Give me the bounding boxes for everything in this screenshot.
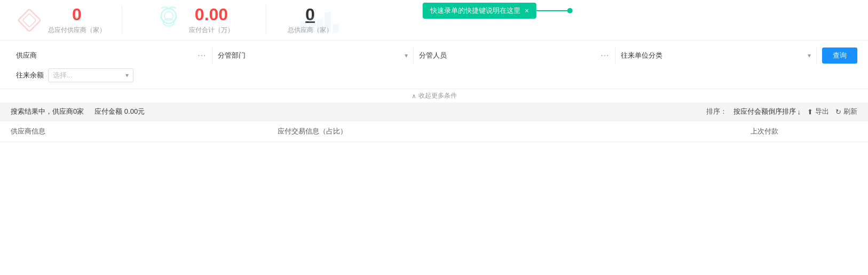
- category-input[interactable]: [667, 52, 808, 60]
- sort-arrow-icon: ↓: [798, 108, 801, 116]
- stat-payable-label: 应付合计（万）: [189, 26, 234, 35]
- result-actions: 排序： 按应付会额倒序排序 ↓ ⬆ 导出 ↻ 刷新: [706, 107, 858, 116]
- dept-dropdown-icon[interactable]: ▾: [405, 52, 408, 59]
- supplier-input[interactable]: [41, 52, 198, 60]
- export-button[interactable]: ⬆ 导出: [807, 107, 829, 116]
- col-payable-info-header: 应付交易信息（占比）: [278, 127, 751, 136]
- table-header: 供应商信息 应付交易信息（占比） 上次付款: [0, 121, 868, 142]
- category-label: 往来单位分类: [621, 51, 662, 60]
- refresh-button[interactable]: ↻ 刷新: [835, 107, 857, 116]
- empty-table-body: [0, 142, 868, 249]
- col-last-payment-header: 上次付款: [751, 127, 857, 136]
- svg-rect-0: [18, 9, 41, 31]
- stats-bar: 0 总应付供应商（家） 0.00 应付合计（万） 快速录单的快捷键说明在这里 ×: [0, 0, 868, 41]
- filter-row-1: 供应商 ··· 分管部门 ▾ 分管人员 ··· 往来单位分类 ▾ 查询: [11, 47, 857, 64]
- supplier-label: 供应商: [16, 51, 37, 60]
- stat-total-payable-number: 0: [72, 5, 82, 24]
- payable-icon: [154, 5, 184, 35]
- result-amount: 应付金额 0.00元: [94, 107, 145, 116]
- balance-select[interactable]: 选择... ▾: [48, 68, 133, 82]
- collapse-arrow-icon: ∧: [412, 92, 416, 100]
- col-supplier-info-header: 供应商信息: [11, 127, 278, 136]
- tooltip-dot: [567, 8, 573, 13]
- collapse-label: 收起更多条件: [419, 91, 457, 100]
- tooltip-close-button[interactable]: ×: [525, 7, 529, 14]
- balance-arrow-icon: ▾: [125, 72, 129, 79]
- svg-rect-1: [22, 13, 36, 27]
- stat-total-payable-suppliers: 0 总应付供应商（家）: [48, 5, 106, 34]
- sort-label: 排序：: [706, 107, 727, 116]
- balance-placeholder: 选择...: [53, 70, 73, 80]
- result-supplier-count: 搜索结果中，供应商0家: [11, 107, 84, 116]
- sort-value[interactable]: 按应付会额倒序排序 ↓: [733, 107, 801, 116]
- dept-input[interactable]: [250, 52, 405, 60]
- search-button[interactable]: 查询: [822, 48, 857, 64]
- filter-supplier: 供应商 ···: [11, 47, 212, 64]
- person-input[interactable]: [451, 52, 601, 60]
- result-bar: 搜索结果中，供应商0家 应付金额 0.00元 排序： 按应付会额倒序排序 ↓ ⬆…: [0, 103, 868, 121]
- balance-label: 往来余额: [16, 70, 44, 80]
- supplier-more-icon[interactable]: ···: [198, 51, 206, 60]
- dept-label: 分管部门: [218, 51, 246, 60]
- filter-person: 分管人员 ···: [414, 47, 616, 64]
- stat-payable-number: 0.00: [195, 5, 228, 24]
- filter-dept: 分管部门 ▾: [212, 47, 414, 64]
- filter-section: 供应商 ··· 分管部门 ▾ 分管人员 ··· 往来单位分类 ▾ 查询 往来余额…: [0, 41, 868, 89]
- result-summary: 搜索结果中，供应商0家 应付金额 0.00元: [11, 107, 145, 116]
- shortcut-tooltip: 快速录单的快捷键说明在这里 ×: [423, 3, 536, 19]
- tooltip-text: 快速录单的快捷键说明在这里: [430, 6, 520, 15]
- diamond-icon: [16, 7, 43, 34]
- person-more-icon[interactable]: ···: [601, 51, 609, 60]
- filter-category: 往来单位分类 ▾: [616, 47, 817, 64]
- person-label: 分管人员: [419, 51, 447, 60]
- refresh-icon: ↻: [835, 108, 841, 116]
- category-dropdown-icon[interactable]: ▾: [808, 52, 811, 59]
- collapse-button[interactable]: ∧ 收起更多条件: [412, 91, 457, 100]
- stat-payable-total: 0.00 应付合计（万）: [189, 5, 234, 34]
- export-icon: ⬆: [807, 108, 813, 116]
- stat-total-payable-label: 总应付供应商（家）: [48, 26, 106, 35]
- bar-chart-bg: [301, 8, 343, 32]
- collapse-row: ∧ 收起更多条件: [0, 89, 868, 103]
- filter-row-2: 往来余额 选择... ▾: [11, 68, 857, 82]
